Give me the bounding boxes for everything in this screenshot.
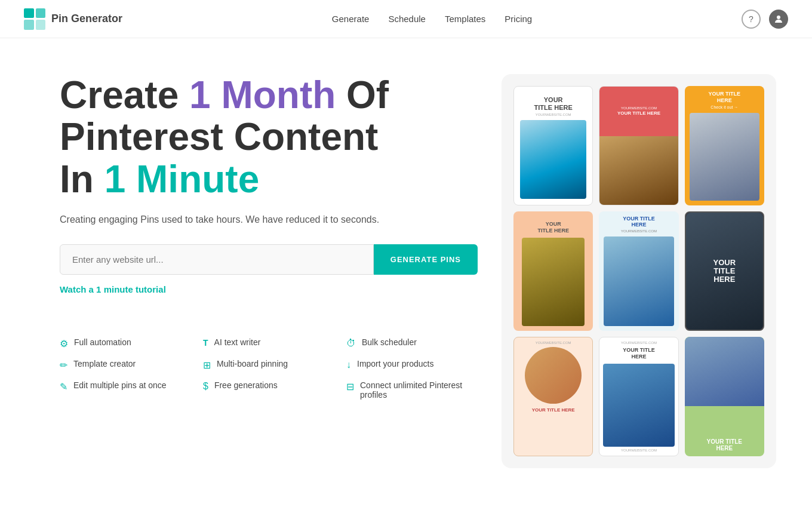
pin-3-image [690,113,759,201]
feature-label-scheduler: Bulk scheduler [362,337,417,347]
feature-full-automation: ⚙ Full automation [60,337,191,349]
pin-1-url: YOURWEBSITE.COM [536,113,571,116]
edit-icon: ✎ [60,381,67,392]
free-icon: $ [203,381,208,392]
feature-connect-profiles: ⊟ Connect unlimited Pinterest profiles [346,380,478,400]
pin-7-image [525,347,582,404]
features-grid: ⚙ Full automation T AI text writer ⏱ Bul… [60,337,478,400]
nav-templates[interactable]: Templates [445,14,485,24]
nav-icons: ? [742,10,788,29]
pin-5-url: YOURWEBSITE.COM [621,229,657,233]
pin-2-url: YOURWEBSITE.COM [621,106,657,110]
navbar: Pin Generator Generate Schedule Template… [0,0,812,38]
pin-card-6: YOURTITLEHERE [685,211,764,331]
pin-2-image [599,136,678,205]
feature-import-products: ↓ Import your products [346,359,478,371]
hero-highlight-1month: 1 Month [189,73,336,116]
pin-card-7: YOURWEBSITE.COM YOUR TITLE HERE [513,337,593,456]
nav-generate[interactable]: Generate [332,14,370,24]
feature-multi-board: ⊞ Multi-board pinning [203,359,334,371]
scheduler-icon: ⏱ [346,338,356,349]
pin-card-9: YOUR TITLEHERE [685,337,764,456]
pin-card-5: YOUR TITLEHERE YOURWEBSITE.COM [599,211,678,331]
multi-board-icon: ⊞ [203,360,211,371]
pin-3-title: YOUR TITLEHERE [709,91,741,104]
pin-6-title: YOURTITLEHERE [713,259,736,284]
logo-icon [24,8,45,30]
feature-edit-multiple: ✎ Edit multiple pins at once [60,380,191,400]
pin-7-url: YOURWEBSITE.COM [536,341,571,345]
feature-template-creator: ✏ Template creator [60,359,191,371]
pin-grid-container: YOURTITLE HERE YOURWEBSITE.COM YOURWEBSI… [502,74,776,468]
pin-8-title: YOUR TITLEHERE [623,347,655,360]
generate-pins-button[interactable]: GENERATE PINS [374,244,478,275]
help-button[interactable]: ? [742,10,761,29]
feature-label-import: Import your products [357,359,433,368]
pin-grid: YOURTITLE HERE YOURWEBSITE.COM YOURWEBSI… [513,86,764,456]
pin-9-image [685,337,764,406]
hero-title-part1: Create [60,73,189,116]
import-icon: ↓ [346,360,351,370]
pin-4-image [522,238,585,326]
svg-point-0 [777,16,780,19]
feature-label-edit: Edit multiple pins at once [73,380,167,390]
pin-7-title: YOUR TITLE HERE [532,407,575,413]
pin-2-title: YOUR TITLE HERE [617,111,660,116]
pin-card-3: YOUR TITLEHERE Check it out → [685,86,764,205]
pin-card-4: YOURTITLE HERE [513,211,593,331]
pin-5-title: YOUR TITLEHERE [623,216,655,228]
main-content: Create 1 Month OfPinterest ContentIn 1 M… [0,38,812,492]
template-icon: ✏ [60,360,67,371]
pin-card-1: YOURTITLE HERE YOURWEBSITE.COM [513,86,593,205]
feature-label-automation: Full automation [74,337,131,347]
ai-text-icon: T [203,338,208,348]
connect-icon: ⊟ [346,381,354,392]
hero-title: Create 1 Month OfPinterest ContentIn 1 M… [60,74,478,200]
website-url-input[interactable] [60,244,374,275]
pin-5-image [604,236,673,326]
pin-8-url-top: YOURWEBSITE.COM [621,341,657,345]
right-section: YOURTITLE HERE YOURWEBSITE.COM YOURWEBSI… [502,74,776,468]
brand-name: Pin Generator [51,13,122,25]
feature-label-ai: AI text writer [214,337,261,347]
pin-card-8: YOURWEBSITE.COM YOUR TITLEHERE YOURWEBSI… [599,337,678,456]
pin-card-2: YOURWEBSITE.COM YOUR TITLE HERE [599,86,678,205]
feature-label-multiboard: Multi-board pinning [217,359,288,368]
logo[interactable]: Pin Generator [24,8,122,30]
pin-3-cta: Check it out → [710,105,738,109]
automation-icon: ⚙ [60,338,68,349]
pin-9-title: YOUR TITLEHERE [707,438,742,451]
feature-label-free: Free generations [214,380,278,390]
feature-free-generations: $ Free generations [203,380,334,400]
pin-8-image [603,364,674,447]
nav-links: Generate Schedule Templates Pricing [332,14,532,24]
pin-1-title: YOURTITLE HERE [534,96,573,112]
feature-label-template: Template creator [73,359,136,368]
pin-1-image [520,120,586,199]
pin-8-url-bottom: YOURWEBSITE.COM [621,449,657,452]
hero-highlight-1minute: 1 Minute [104,158,260,201]
tutorial-link[interactable]: Watch a 1 minute tutorial [60,284,166,294]
pin-2-top: YOURWEBSITE.COM YOUR TITLE HERE [599,87,678,136]
user-avatar[interactable] [769,10,788,29]
nav-pricing[interactable]: Pricing [505,14,532,24]
nav-schedule[interactable]: Schedule [388,14,426,24]
pin-4-title: YOURTITLE HERE [537,221,569,234]
feature-label-connect: Connect unlimited Pinterest profiles [360,380,478,400]
feature-bulk-scheduler: ⏱ Bulk scheduler [346,337,478,349]
left-section: Create 1 Month OfPinterest ContentIn 1 M… [60,74,478,400]
url-input-row: GENERATE PINS [60,244,478,275]
hero-subtitle: Creating engaging Pins used to take hour… [60,214,478,225]
feature-ai-text: T AI text writer [203,337,334,349]
